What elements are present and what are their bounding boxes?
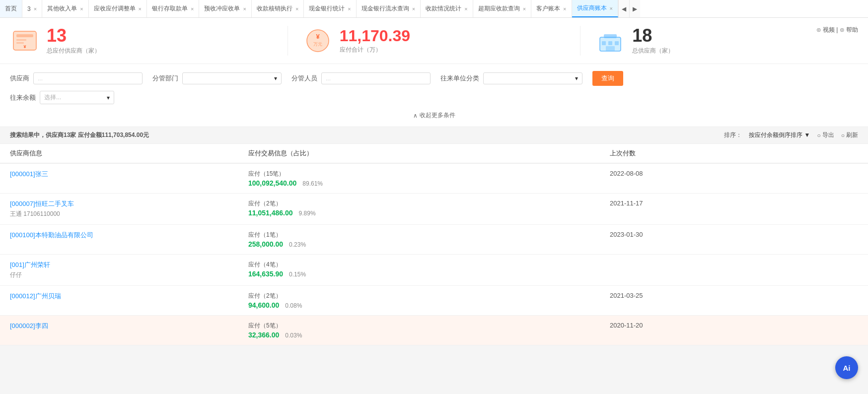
nav-tab-other-income-close[interactable]: × [80,6,83,12]
col-header-extra [759,149,858,158]
refresh-button[interactable]: ○ 刷新 [841,131,858,139]
row6-tx-row: 32,366.00 0.03% [248,331,610,339]
nav-tab-adjustment-close[interactable]: × [139,6,142,12]
nav-tab-bank[interactable]: 银行存取款单 × [147,0,199,17]
row5-tx-info: 应付（2笔） 94,600.00 0.08% [248,292,610,309]
row1-tx-percent: 89.61% [302,180,323,187]
collapse-bar: ∧ 收起更多条件 [10,109,858,122]
nav-tab-collect-stat-close[interactable]: × [464,6,467,12]
export-button[interactable]: ○ 导出 [817,131,834,139]
result-info: 搜索结果中，供应商13家 应付金额111,703,854.00元 [10,131,149,139]
nav-tab-customer-ledger-close[interactable]: × [563,6,566,12]
svg-text:¥: ¥ [316,33,320,40]
row4-supplier-name[interactable]: [001]广州荣轩 [10,261,248,269]
person-input[interactable]: ... [321,72,431,84]
summary-card-payable-amount-content: 11,170.39 应付合计（万） [340,28,410,54]
nav-tab-cash-flow[interactable]: 现金银行流水查询 × [357,0,421,17]
nav-tab-other-income[interactable]: 其他收入单 × [42,0,88,17]
nav-tab-supplier-ledger-close[interactable]: × [610,5,613,11]
svg-text:万元: 万元 [313,42,322,47]
svg-rect-10 [602,41,606,45]
row3-tx-label: 应付（1笔） [248,231,610,239]
table-row: [000001]张三 应付（15笔） 100,092,540.00 89.61%… [0,164,868,194]
row5-supplier-name[interactable]: [000012]广州贝瑞 [10,292,248,301]
nav-tab-customer-ledger[interactable]: 客户账本 × [531,0,572,17]
query-button[interactable]: 查询 [592,71,623,86]
row6-supplier-info: [000002]李四 [10,322,248,339]
balance-select[interactable]: 选择... ▾ [40,91,114,104]
row6-tx-label: 应付（5笔） [248,322,610,330]
row2-supplier-name[interactable]: [000007]恒旺二手叉车 [10,199,248,208]
svg-rect-1 [16,34,33,37]
video-link[interactable]: 视频 [823,26,835,33]
nav-tab-3-label: 3 [27,5,31,12]
row3-tx-row: 258,000.00 0.23% [248,240,610,248]
nav-tab-prepay[interactable]: 预收冲应收单 × [199,0,251,17]
nav-tab-adjustment[interactable]: 应收应付调整单 × [89,0,147,17]
summary-divider-2 [580,26,580,56]
summary-divider-1 [288,26,288,56]
filter-row-2: 往来余额 选择... ▾ [10,91,858,104]
collapse-button[interactable]: ∧ 收起更多条件 [413,111,455,120]
refresh-label: 刷新 [846,131,858,139]
row2-tx-info: 应付（2笔） 11,051,486.00 9.89% [248,199,610,218]
row3-tx-amount[interactable]: 258,000.00 [248,240,283,248]
table-row: [000002]李四 应付（5笔） 32,366.00 0.03% 2020-1… [0,316,868,345]
nav-arrow-left[interactable]: ◀ [618,0,629,18]
nav-tab-overdue[interactable]: 超期应收款查询 × [473,0,531,17]
nav-tab-collect-stat[interactable]: 收款情况统计 × [421,0,473,17]
row4-tx-info: 应付（4笔） 164,635.90 0.15% [248,261,610,279]
nav-tab-3[interactable]: 3 × [22,0,42,17]
help-link[interactable]: 帮助 [846,26,858,33]
row6-supplier-name[interactable]: [000002]李四 [10,322,248,330]
row4-tx-percent: 0.15% [289,271,306,278]
result-info-amount: 应付金额111,703,854.00元 [78,131,149,138]
nav-tab-supplier-ledger[interactable]: 供应商账本 × [572,0,618,17]
top-navigation: 首页 3 × 其他收入单 × 应收应付调整单 × 银行存取款单 × 预收冲应收单… [0,0,868,18]
row1-tx-amount[interactable]: 100,092,540.00 [248,179,296,187]
row4-tx-amount[interactable]: 164,635.90 [248,270,283,278]
col-header-supplier: 供应商信息 [10,149,248,158]
nav-tab-bank-close[interactable]: × [191,6,194,12]
row3-supplier-info: [000100]本特勤油品有限公司 [10,231,248,248]
nav-tab-collect[interactable]: 收款核销执行 × [252,0,304,17]
total-suppliers-icon [595,26,625,56]
payable-suppliers-value: 13 [47,27,100,45]
col-header-tx: 应付交易信息（占比） [248,149,610,158]
supplier-input[interactable]: ... [33,72,143,84]
row3-supplier-name[interactable]: [000100]本特勤油品有限公司 [10,231,248,240]
nav-tab-cash-stat[interactable]: 现金银行统计 × [304,0,356,17]
row1-supplier-name[interactable]: [000001]张三 [10,170,248,179]
row3-tx-percent: 0.23% [289,241,306,248]
nav-tab-home[interactable]: 首页 [0,0,22,17]
result-actions: 排序： 按应付余额倒序排序 ▼ ○ 导出 ○ 刷新 [724,131,858,139]
svg-text:¥: ¥ [23,44,26,49]
nav-tab-collect-close[interactable]: × [295,6,298,12]
nav-tab-cash-stat-close[interactable]: × [348,6,351,12]
category-label: 往来单位分类 [440,74,479,83]
nav-tab-cash-flow-close[interactable]: × [412,6,415,12]
row6-tx-percent: 0.03% [285,332,302,339]
sort-value[interactable]: 按应付余额倒序排序 ▼ [749,131,810,139]
row6-tx-amount[interactable]: 32,366.00 [248,331,279,339]
balance-placeholder: 选择... [44,93,61,102]
nav-tab-bank-label: 银行存取款单 [152,4,188,13]
nav-tab-prepay-close[interactable]: × [243,6,246,12]
summary-card-payable-suppliers-content: 13 总应付供应商（家） [47,27,100,55]
table-row: [000100]本特勤油品有限公司 应付（1笔） 258,000.00 0.23… [0,225,868,255]
row6-extra [759,322,858,339]
sort-chevron-icon: ▼ [804,131,810,138]
row2-tx-row: 11,051,486.00 9.89% [248,209,610,217]
row3-last-pay: 2023-01-30 [610,231,759,248]
supplier-placeholder: ... [38,75,43,82]
svg-rect-12 [615,41,619,45]
summary-card-total-suppliers-content: 18 总供应商（家） [632,27,674,55]
dept-select[interactable]: ▾ [182,72,282,84]
nav-tab-3-close[interactable]: × [34,6,37,12]
nav-tab-overdue-close[interactable]: × [523,6,526,12]
row2-tx-amount[interactable]: 11,051,486.00 [248,209,293,217]
row5-tx-amount[interactable]: 94,600.00 [248,301,279,309]
nav-arrow-right[interactable]: ▶ [629,0,640,18]
category-select[interactable]: ▾ [483,72,582,84]
svg-rect-11 [608,41,612,45]
